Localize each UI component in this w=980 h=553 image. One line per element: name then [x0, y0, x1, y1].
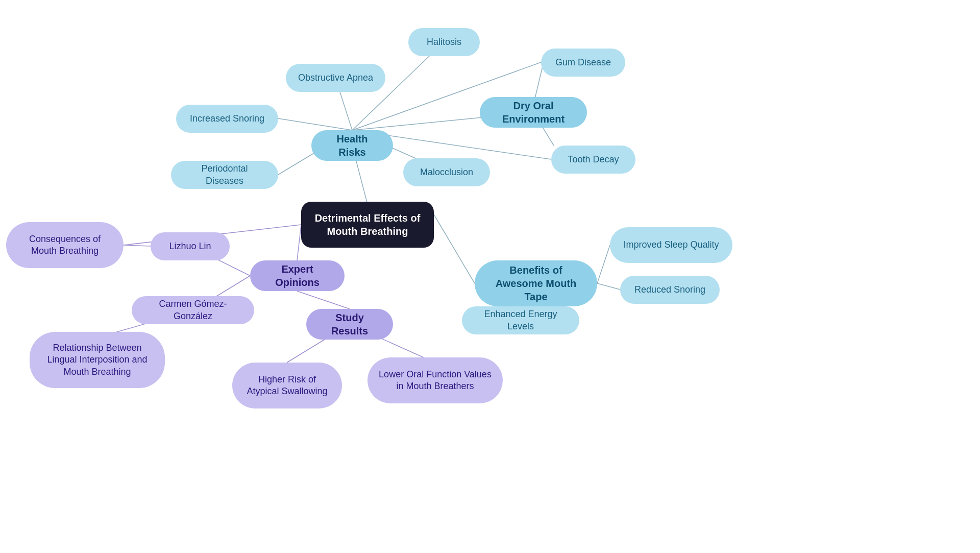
lower-oral-node: Lower Oral Function Values in Mouth Brea… — [368, 357, 503, 403]
reduced-snoring-node: Reduced Snoring — [620, 276, 720, 304]
svg-line-13 — [297, 225, 301, 260]
svg-line-7 — [278, 118, 352, 130]
health-risks-node: Health Risks — [311, 130, 393, 161]
study-results-node: Study Results — [306, 309, 393, 340]
tooth-decay-node: Tooth Decay — [551, 146, 635, 174]
svg-line-21 — [597, 245, 610, 283]
carmen-node: Carmen Gómez-González — [132, 296, 254, 324]
expert-opinions-node: Expert Opinions — [250, 260, 345, 291]
svg-line-20 — [434, 214, 475, 283]
energy-levels-node: Enhanced Energy Levels — [462, 306, 579, 334]
svg-line-22 — [597, 283, 620, 290]
increased-snoring-node: Increased Snoring — [176, 105, 278, 133]
sleep-quality-node: Improved Sleep Quality — [610, 227, 732, 263]
gum-disease-node: Gum Disease — [541, 49, 625, 77]
periodontal-diseases-node: Periodontal Diseases — [171, 161, 278, 189]
svg-line-17 — [297, 291, 350, 309]
relationship-node: Relationship Between Lingual Interpositi… — [30, 332, 165, 388]
obstructive-apnea-node: Obstructive Apnea — [286, 64, 385, 92]
dry-oral-node: Dry Oral Environment — [480, 97, 587, 128]
lizhuo-node: Lizhuo Lin — [151, 232, 230, 260]
svg-line-12 — [124, 245, 151, 246]
halitosis-node: Halitosis — [408, 28, 480, 56]
higher-risk-node: Higher Risk of Atypical Swallowing — [232, 363, 342, 408]
center-node: Detrimental Effects of Mouth Breathing — [301, 202, 434, 248]
consequences-node: Consequences of Mouth Breathing — [6, 222, 124, 268]
benefits-node: Benefits of Awesome Mouth Tape — [475, 260, 597, 306]
malocclusion-node: Malocclusion — [403, 158, 490, 186]
